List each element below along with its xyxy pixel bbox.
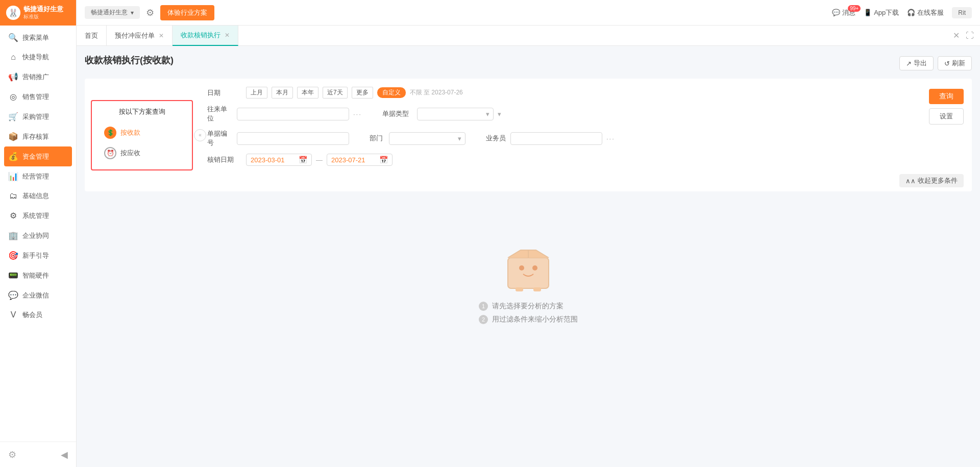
date-range: 📅 — 📅 [246,154,393,166]
filter-row-docno: 单据编号 [207,129,349,148]
corp-icon: 🏢 [8,231,18,240]
refresh-button[interactable]: ↺ 刷新 [938,56,972,70]
svg-rect-5 [533,287,541,291]
filter-row-dept: 部门 [370,132,465,145]
page-title: 收款核销执行(按收款) [85,54,174,66]
filter-right-form: 日期 上月 本月 本年 近7天 更多 自定义 不限 至 2023-07-26 [199,79,972,191]
refresh-icon: ↺ [944,60,950,67]
svg-rect-4 [516,287,523,291]
sidebar-item-hardware[interactable]: 📟 智能硬件 [0,265,76,285]
docno-input[interactable] [237,132,349,145]
topbar-msg[interactable]: 💬 消息 99+ [832,8,855,17]
topbar-settings-icon[interactable]: ⚙ [146,7,154,18]
dept-select[interactable] [389,132,465,145]
inventory-icon: 📦 [8,132,18,141]
staff-dots[interactable]: ··· [606,135,615,142]
tab-collection[interactable]: 收款核销执行 ✕ [173,26,238,46]
sidebar-item-sales[interactable]: ◎ 销售管理 [0,87,76,107]
topbar-brand: 畅捷通好生意 ▾ [85,6,140,19]
tab-close-all-icon[interactable]: ✕ [951,29,962,42]
sidebar-item-inventory[interactable]: 📦 库存核算 [0,127,76,146]
finance-icon: 💰 [8,152,18,161]
svg-point-2 [519,265,524,271]
empty-illustration [493,232,564,293]
date-hint: 不限 至 2023-07-26 [410,88,463,97]
filter-panel: 按以下方案查询 💲 按收款 ⏰ 按应收 « [85,79,972,191]
plan-button[interactable]: 体验行业方案 [160,5,214,20]
sidebar-item-marketing[interactable]: 📢 营销推广 [0,67,76,87]
page-actions: ↗ 导出 ↺ 刷新 [899,56,972,70]
hardware-icon: 📟 [8,271,18,280]
topbar-user[interactable]: Rit [952,7,972,18]
date-btn-7days[interactable]: 近7天 [323,87,348,99]
sidebar-item-operation[interactable]: 📊 经营管理 [0,166,76,186]
filter-left-panel: 按以下方案查询 💲 按收款 ⏰ 按应收 [91,100,193,170]
counterparty-dots[interactable]: ··· [353,110,362,118]
sidebar-settings-icon[interactable]: ⚙ [8,449,16,460]
query-button[interactable]: 查询 [929,89,964,104]
settings-button[interactable]: 设置 [929,108,964,125]
export-button[interactable]: ↗ 导出 [899,56,934,70]
sidebar-collapse-icon[interactable]: ◀ [61,449,68,460]
topbar-app[interactable]: 📱 App下载 [864,8,899,17]
chevron-up-icon: ∧∧ [905,177,916,185]
filter-row-date: 日期 上月 本月 本年 近7天 更多 自定义 不限 至 2023-07-26 [207,87,921,99]
sidebar-nav: 🔍 搜索菜单 ⌂ 快捷导航 📢 营销推广 ◎ 销售管理 🛒 采购管理 📦 库存核… [0,26,76,441]
export-icon: ↗ [906,60,912,67]
msg-icon: 💬 [832,9,840,16]
basic-icon: 🗂 [8,191,18,201]
date-btn-this-year[interactable]: 本年 [297,87,318,99]
filter-row-verifydate: 核销日期 📅 — 📅 [207,154,921,166]
app-icon: 📱 [864,9,872,16]
doc-type-select[interactable] [417,108,494,120]
system-icon: ⚙ [8,211,18,220]
filter-option-receipt[interactable]: 💲 按收款 [98,122,186,143]
marketing-icon: 📢 [8,72,18,82]
tab-close-prepay[interactable]: ✕ [159,32,164,39]
calendar-start-icon[interactable]: 📅 [299,156,307,164]
search-icon: 🔍 [8,33,18,42]
tab-home[interactable]: 首页 [77,26,107,46]
verify-date-end-wrap: 📅 [327,154,393,166]
logo-icon: 🐰 [6,6,20,20]
staff-input[interactable] [510,132,602,145]
filter-row-doctype: 单据类型 ▾ [382,108,502,120]
verify-date-start[interactable] [251,156,297,164]
verify-date-end[interactable] [331,156,377,164]
sidebar-item-search[interactable]: 🔍 搜索菜单 [0,28,76,47]
service-icon: 🎧 [907,9,915,16]
empty-tips: 1 请先选择要分析的方案 2 用过滤条件来缩小分析范围 [479,302,578,324]
tab-expand-icon[interactable]: ⛶ [964,29,976,42]
sales-icon: ◎ [8,92,18,102]
guide-icon: 🎯 [8,251,18,260]
collapse-more-button[interactable]: ∧∧ 收起更多条件 [899,174,964,187]
sidebar-bottom: ⚙ ◀ [0,441,76,467]
calendar-end-icon[interactable]: 📅 [379,156,388,164]
topbar-service[interactable]: 🎧 在线客服 [907,8,944,17]
date-btn-more[interactable]: 更多 [352,87,373,99]
date-btn-last-month[interactable]: 上月 [246,87,267,99]
sidebar: 🐰 畅捷通好生意 标准版 🔍 搜索菜单 ⌂ 快捷导航 📢 营销推广 ◎ 销售管理… [0,0,77,467]
sidebar-item-wechat[interactable]: 💬 企业微信 [0,285,76,305]
tabbar: 首页 预付冲应付单 ✕ 收款核销执行 ✕ ✕ ⛶ [77,26,980,46]
main-wrap: 畅捷通好生意 ▾ ⚙ 体验行业方案 💬 消息 99+ 📱 App下载 🎧 在线客… [77,0,980,467]
collapse-left-button[interactable]: « [194,129,206,141]
svg-rect-0 [508,258,549,288]
sidebar-item-system[interactable]: ⚙ 系统管理 [0,206,76,226]
counterparty-input[interactable] [237,108,349,120]
sidebar-item-guide[interactable]: 🎯 新手引导 [0,245,76,265]
sidebar-item-purchase[interactable]: 🛒 采购管理 [0,107,76,127]
receivable-icon: ⏰ [104,147,116,159]
sidebar-item-quicknav[interactable]: ⌂ 快捷导航 [0,47,76,67]
tab-close-collection[interactable]: ✕ [225,32,230,39]
filter-option-receivable[interactable]: ⏰ 按应收 [98,143,186,163]
logo-text: 畅捷通好生意 标准版 [23,5,63,20]
sidebar-item-basic[interactable]: 🗂 基础信息 [0,186,76,206]
sidebar-item-member[interactable]: V 畅会员 [0,305,76,325]
date-btn-this-month[interactable]: 本月 [272,87,293,99]
sidebar-item-finance[interactable]: 💰 资金管理 [4,146,72,166]
topbar-right: 💬 消息 99+ 📱 App下载 🎧 在线客服 Rit [832,7,972,18]
sidebar-item-corp[interactable]: 🏢 企业协同 [0,226,76,245]
dept-select-wrap [389,132,465,145]
tab-prepay[interactable]: 预付冲应付单 ✕ [107,26,173,46]
